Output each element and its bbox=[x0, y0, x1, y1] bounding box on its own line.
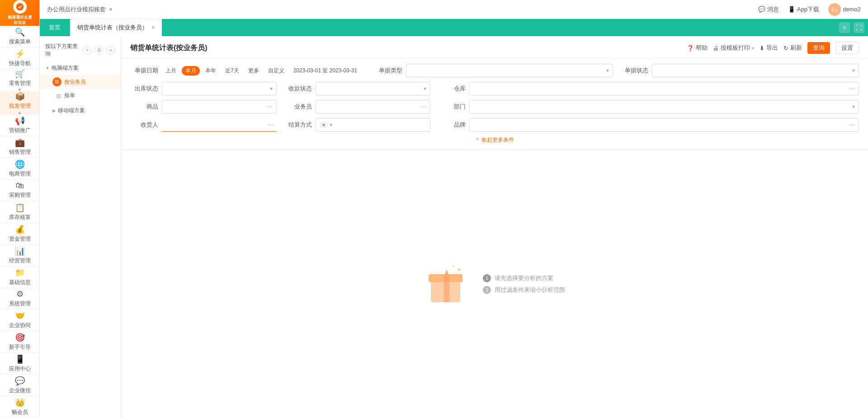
sidebar-item-label-shortcut: 快捷导航 bbox=[9, 60, 31, 67]
sidebar-item-finance[interactable]: 💰资金管理 bbox=[0, 223, 40, 245]
scheme-by-order[interactable]: ⊞ 按单 bbox=[40, 89, 121, 102]
order-status-label: 单据状态 bbox=[620, 66, 652, 75]
tab-active[interactable]: 销货单统计表（按业务员） × bbox=[70, 19, 162, 36]
receipt-status-arrow: ▾ bbox=[424, 86, 426, 92]
collapse-button[interactable]: ⌃ 收起更多条件 bbox=[130, 136, 859, 144]
sidebar-item-sales[interactable]: 💼销售管理 bbox=[0, 136, 40, 158]
export-label: 导出 bbox=[766, 44, 778, 52]
date-tab-this-year[interactable]: 本年 bbox=[202, 66, 220, 76]
payment-arrow: ▾ bbox=[330, 122, 332, 128]
close-window-button[interactable]: × bbox=[839, 22, 850, 33]
department-input[interactable]: ▾ bbox=[469, 100, 859, 114]
sidebar-item-shortcut[interactable]: ⚡快捷导航 bbox=[0, 48, 40, 69]
mobile-section-label: 移动端方案 bbox=[58, 107, 85, 114]
help-button[interactable]: ❓ 帮助 bbox=[687, 44, 708, 52]
app-label: App下载 bbox=[797, 5, 819, 14]
order-status-input[interactable]: ▾ bbox=[652, 64, 859, 77]
consignee-input[interactable]: ··· bbox=[162, 118, 277, 132]
sidebar-item-system[interactable]: ⚙系统管理 bbox=[0, 288, 40, 310]
staff-input[interactable]: ··· bbox=[316, 100, 430, 114]
filter-row-1: 单据日期 上月 本月 本年 近7天 更多 自定义 2023-03-01 至 20… bbox=[130, 64, 859, 77]
sidebar-item-wholesale[interactable]: 📦批发管理▲ bbox=[0, 92, 40, 114]
brand-input[interactable]: ··· bbox=[469, 118, 859, 132]
add-scheme-button[interactable]: + bbox=[83, 46, 92, 55]
sidebar-item-business[interactable]: 📊经营管理 bbox=[0, 245, 40, 266]
export-button[interactable]: ⬇ 导出 bbox=[760, 44, 778, 52]
department-label: 部门 bbox=[438, 103, 469, 111]
payment-tag-x[interactable]: × bbox=[322, 122, 325, 128]
query-button[interactable]: 查询 bbox=[807, 42, 830, 54]
settings-button[interactable]: 设置 bbox=[835, 42, 859, 54]
sidebar-item-label-sales: 销售管理 bbox=[9, 148, 31, 156]
payment-input[interactable]: × ▾ bbox=[316, 118, 430, 132]
wholesale-icon: 📦 bbox=[15, 91, 25, 101]
panel-header: 按以下方案查询 + ⚙ « bbox=[40, 41, 121, 62]
scheme-icon: 按 bbox=[52, 77, 61, 86]
out-status-input[interactable]: ▾ bbox=[162, 82, 277, 95]
sidebar-item-apps[interactable]: 📱应用中心 bbox=[0, 353, 40, 375]
empty-state: ★ ✦ 1 请先选择要分析的方案 2 用过滤条件来缩小分析范围 bbox=[121, 150, 868, 418]
sidebar-item-member[interactable]: 👑畅会员 bbox=[0, 396, 40, 418]
date-tab-last-month[interactable]: 上月 bbox=[162, 66, 180, 76]
panel-actions: + ⚙ « bbox=[83, 46, 115, 55]
receipt-status-input[interactable]: ▾ bbox=[316, 82, 430, 95]
sidebar-item-newbie[interactable]: 🎯新手引导 bbox=[0, 331, 40, 353]
sidebar-item-wechat[interactable]: 💬企业微信 bbox=[0, 375, 40, 396]
template-print-button[interactable]: 🖨 按模板打印 ▾ bbox=[713, 44, 754, 52]
help-label: 帮助 bbox=[696, 44, 708, 52]
sidebar-item-enterprise[interactable]: 🤝企业协同 bbox=[0, 309, 40, 331]
tab-home[interactable]: 首页 bbox=[40, 19, 70, 36]
scheme-by-staff[interactable]: 按 按业务员 bbox=[40, 75, 121, 89]
tab-close-icon[interactable]: × bbox=[151, 24, 155, 31]
business-icon: 📊 bbox=[15, 246, 25, 256]
sidebar-item-search[interactable]: 🔍搜索菜单 bbox=[0, 26, 40, 48]
settings-scheme-button[interactable]: ⚙ bbox=[94, 46, 104, 55]
print-dropdown-icon[interactable]: ▾ bbox=[752, 46, 754, 51]
sidebar-item-retail[interactable]: 🛒零售管理▼ bbox=[0, 69, 40, 92]
topbar-dropdown-icon[interactable]: ▾ bbox=[109, 6, 113, 13]
tabbar: 首页 销货单统计表（按业务员） × × ⛶ bbox=[40, 19, 868, 36]
warehouse-col: 仓库 ··· bbox=[438, 82, 859, 95]
sidebar-item-label-search: 搜索菜单 bbox=[9, 38, 31, 46]
sidebar-item-marketing[interactable]: 📢营销推广 bbox=[0, 114, 40, 136]
ecommerce-icon: 🌐 bbox=[15, 159, 25, 169]
step1-num: 1 bbox=[483, 274, 491, 282]
message-button[interactable]: 💬 消息 bbox=[758, 5, 779, 14]
order-type-input[interactable]: ▾ bbox=[406, 64, 613, 77]
order-type-arrow: ▾ bbox=[606, 67, 609, 74]
tabbar-right: × ⛶ bbox=[839, 22, 868, 33]
filter-area: 单据日期 上月 本月 本年 近7天 更多 自定义 2023-03-01 至 20… bbox=[121, 58, 868, 150]
sidebar-item-purchase[interactable]: 🛍采购管理 bbox=[0, 180, 40, 201]
topbar: 办公用品行业模拟账套 ▾ 💬 消息 📱 App下载 Ea demo2 bbox=[40, 0, 868, 19]
svg-text:★: ★ bbox=[457, 266, 462, 273]
payment-tag: × bbox=[320, 122, 328, 128]
export-icon: ⬇ bbox=[760, 45, 764, 52]
sidebar-item-label-inventory: 库存核算 bbox=[9, 214, 31, 221]
empty-text: 1 请先选择要分析的方案 2 用过滤条件来缩小分析范围 bbox=[483, 274, 565, 294]
out-status-arrow: ▾ bbox=[270, 86, 273, 92]
collapse-panel-button[interactable]: « bbox=[106, 46, 115, 55]
sidebar-item-ecommerce[interactable]: 🌐电商管理 bbox=[0, 158, 40, 180]
desktop-section-header[interactable]: ▼ 电脑端方案 bbox=[40, 62, 121, 75]
sidebar-item-basic[interactable]: 📁基础信息 bbox=[0, 266, 40, 288]
expand-window-button[interactable]: ⛶ bbox=[854, 22, 864, 33]
user-profile[interactable]: Ea demo2 bbox=[828, 3, 861, 16]
date-tab-this-month[interactable]: 本月 bbox=[182, 66, 200, 76]
mobile-section-header[interactable]: ▶ 移动端方案 bbox=[40, 104, 121, 117]
sidebar-item-label-newbie: 新手引导 bbox=[9, 343, 31, 351]
sidebar-logo: 畅捷通好生意 标准版 bbox=[0, 0, 40, 26]
warehouse-input[interactable]: ··· bbox=[469, 82, 859, 95]
brand-label: 品牌 bbox=[438, 121, 469, 129]
goods-input[interactable]: ··· bbox=[162, 100, 277, 114]
refresh-button[interactable]: ↻ 刷新 bbox=[783, 44, 802, 52]
staff-label: 业务员 bbox=[284, 103, 316, 111]
topbar-title: 办公用品行业模拟账套 bbox=[47, 5, 106, 14]
logo-sub: 标准版 bbox=[14, 20, 26, 26]
date-tab-more[interactable]: 更多 bbox=[245, 66, 263, 76]
date-tab-custom[interactable]: 自定义 bbox=[264, 66, 288, 76]
retail-icon: 🛒 bbox=[15, 69, 25, 79]
sidebar-item-inventory[interactable]: 📋库存核算 bbox=[0, 201, 40, 223]
date-tab-7-days[interactable]: 近7天 bbox=[222, 66, 243, 76]
user-name: demo2 bbox=[843, 6, 861, 13]
app-download-button[interactable]: 📱 App下载 bbox=[788, 5, 819, 14]
